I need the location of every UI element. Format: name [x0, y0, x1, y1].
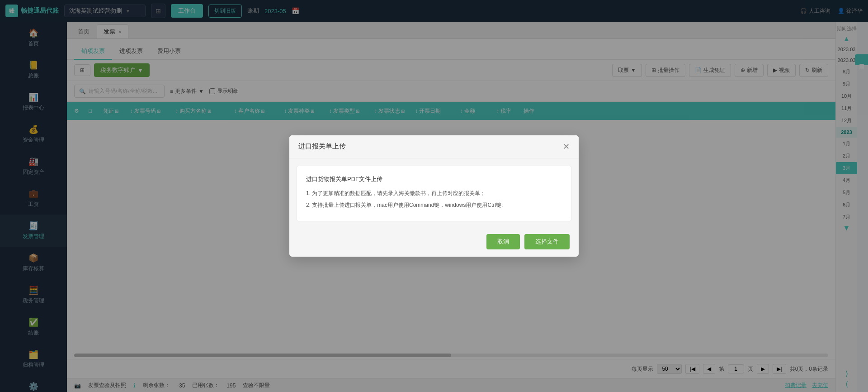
modal-select-file-button[interactable]: 选择文件: [524, 234, 570, 249]
modal-note-1: 1. 为了更加精准的数据匹配，请先录入海关缴款书，再上传对应的报关单；: [306, 189, 562, 199]
import-customs-modal: 进口报关单上传 ✕ 进口货物报关单PDF文件上传 1. 为了更加精准的数据匹配，…: [289, 135, 579, 257]
modal-section-title: 进口货物报关单PDF文件上传: [306, 175, 562, 183]
modal-body: 进口货物报关单PDF文件上传 1. 为了更加精准的数据匹配，请先录入海关缴款书，…: [297, 166, 571, 221]
modal-title: 进口报关单上传: [298, 142, 346, 151]
modal-close-icon[interactable]: ✕: [563, 142, 570, 152]
modal-note-2: 2. 支持批量上传进口报关单，mac用户使用Command键，windows用户…: [306, 201, 562, 210]
modal-cancel-button[interactable]: 取消: [486, 234, 520, 249]
modal-overlay[interactable]: 进口报关单上传 ✕ 进口货物报关单PDF文件上传 1. 为了更加精准的数据匹配，…: [0, 0, 868, 392]
modal-header: 进口报关单上传 ✕: [289, 135, 579, 158]
modal-footer: 取消 选择文件: [289, 229, 579, 257]
modal-notes: 1. 为了更加精准的数据匹配，请先录入海关缴款书，再上传对应的报关单； 2. 支…: [306, 189, 562, 210]
